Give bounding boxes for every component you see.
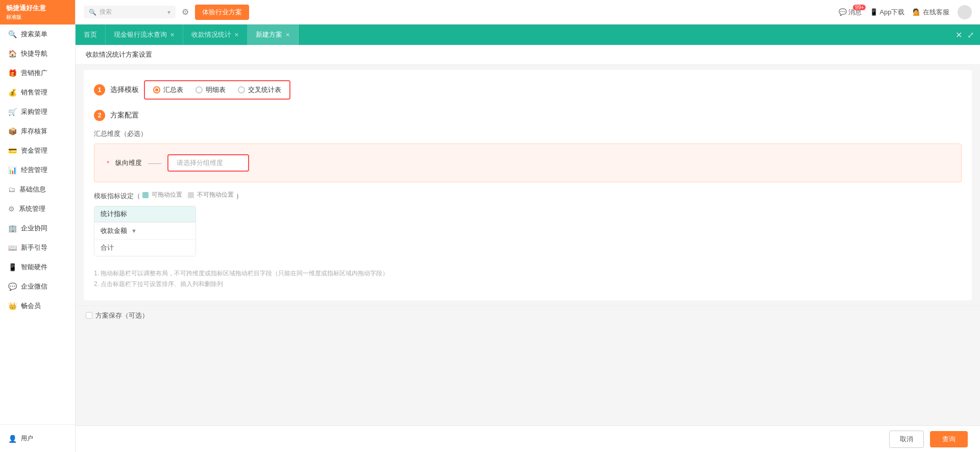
draggable-indicator: 可拖动位置 — [142, 191, 182, 199]
required-mark: * — [107, 159, 109, 167]
tab-close-bank[interactable]: ✕ — [170, 32, 175, 38]
sidebar-item-wechat[interactable]: 💬企业微信 — [0, 277, 75, 296]
sidebar-label-system: 系统管理 — [19, 204, 45, 213]
radio-option-summary[interactable]: 汇总表 — [153, 85, 183, 94]
dim-select[interactable]: 请选择分组维度 — [167, 154, 249, 172]
finance-icon: 💳 — [8, 147, 17, 155]
download-wrap[interactable]: 📱 App下载 — [870, 8, 904, 17]
metrics-header: 模板指标设定（ 可拖动位置 不可拖动位置 ） — [94, 191, 962, 201]
sidebar-item-finance[interactable]: 💳资金管理 — [0, 141, 75, 160]
sidebar-label-operations: 经营管理 — [21, 165, 47, 175]
draggable-dot — [142, 192, 149, 198]
settings-card: 1 选择模板 汇总表明细表交叉统计表 2 方案配置 汇总维度（必选） * 纵向维… — [84, 70, 972, 300]
query-button[interactable]: 查询 — [930, 431, 968, 447]
col-dropdown-icon[interactable]: ▼ — [131, 228, 137, 234]
metrics-config-label: 模板指标设定（ 可拖动位置 不可拖动位置 ） — [94, 191, 242, 201]
radio-label-summary: 汇总表 — [163, 85, 183, 94]
avatar — [958, 5, 972, 19]
nav-icon: 🏠 — [8, 50, 17, 58]
sidebar-item-nav[interactable]: 🏠快捷导航 — [0, 44, 75, 63]
sidebar-item-marketing[interactable]: 🎁营销推广 — [0, 63, 75, 83]
sidebar-label-member: 畅会员 — [21, 301, 41, 311]
tip-item-0: 1. 拖动标题栏可以调整布局，不可跨维度或指标区域拖动栏目字段（只能在同一维度或… — [94, 268, 962, 279]
sidebar-item-operations[interactable]: 📊经营管理 — [0, 160, 75, 180]
sidebar-label-wechat: 企业微信 — [21, 282, 47, 291]
table-header-label: 统计指标 — [101, 210, 127, 218]
save-label: 方案保存（可选） — [95, 311, 149, 320]
sidebar-label-hardware: 智能硬件 — [21, 263, 47, 272]
tab-home[interactable]: 首页 — [76, 25, 106, 45]
sidebar-item-enterprise[interactable]: 🏢企业协同 — [0, 219, 75, 238]
system-icon: ⚙ — [8, 205, 15, 213]
radio-dot-summary — [153, 86, 160, 93]
sidebar-label-basics: 基础信息 — [19, 185, 46, 194]
template-radio-group: 汇总表明细表交叉统计表 — [144, 80, 290, 100]
tab-label-home: 首页 — [84, 30, 97, 39]
sidebar-item-system[interactable]: ⚙系统管理 — [0, 199, 75, 219]
tab-bank[interactable]: 现金银行流水查询✕ — [106, 25, 183, 45]
industry-btn[interactable]: 体验行业方案 — [195, 5, 249, 20]
wechat-icon: 💬 — [8, 282, 17, 291]
arrow-icon: —— — [148, 159, 161, 167]
basics-icon: 🗂 — [8, 185, 15, 194]
sidebar-label-nav: 快捷导航 — [21, 49, 47, 58]
step2-header: 2 方案配置 — [94, 110, 962, 121]
sidebar-item-purchase[interactable]: 🛒采购管理 — [0, 102, 75, 122]
metrics-col-header: 收款金额 ▼ — [94, 222, 195, 239]
sidebar-item-guide[interactable]: 📖新手引导 — [0, 238, 75, 257]
tab-close-stats[interactable]: ✕ — [234, 32, 239, 38]
main-area: 🔍 搜索 ▾ ⚙ 体验行业方案 💬 99+ 消息 📱 App下载 💁 在线客服 … — [76, 0, 980, 452]
radio-label-cross: 交叉统计表 — [248, 85, 281, 94]
save-checkbox[interactable] — [86, 312, 92, 319]
maximize-icon[interactable]: ⤢ — [967, 30, 974, 40]
search-placeholder: 搜索 — [100, 8, 112, 16]
save-option[interactable]: 方案保存（可选） — [86, 311, 149, 320]
enterprise-icon: 🏢 — [8, 224, 17, 232]
close-window-icon[interactable]: ✕ — [955, 30, 962, 40]
sidebar-item-inventory[interactable]: 📦库存核算 — [0, 122, 75, 141]
sidebar-item-avatar[interactable]: 👤 用户 — [0, 429, 75, 448]
dim-row: * 纵向维度 —— 请选择分组维度 — [107, 154, 949, 172]
metrics-table-header: 统计指标 — [94, 206, 195, 222]
step2-section: 2 方案配置 汇总维度（必选） * 纵向维度 —— 请选择分组维度 — [94, 110, 962, 290]
sidebar-label-guide: 新手引导 — [21, 243, 47, 252]
summary-dim-label: 汇总维度（必选） — [94, 129, 962, 138]
tab-label-bank: 现金银行流水查询 — [114, 30, 167, 39]
sidebar-item-basics[interactable]: 🗂基础信息 — [0, 180, 75, 199]
operations-icon: 📊 — [8, 166, 17, 174]
draggable-label: 可拖动位置 — [152, 191, 182, 199]
cancel-button[interactable]: 取消 — [889, 431, 924, 448]
settings-icon[interactable]: ⚙ — [182, 7, 189, 17]
member-icon: 👑 — [8, 302, 17, 310]
avatar-icon: 👤 — [8, 435, 17, 443]
app-name: 畅捷通好生意 — [6, 4, 46, 13]
radio-option-detail[interactable]: 明细表 — [195, 85, 226, 94]
non-draggable-dot — [188, 192, 194, 198]
sidebar-item-sales[interactable]: 💰销售管理 — [0, 83, 75, 102]
header-right: 💬 99+ 消息 📱 App下载 💁 在线客服 — [839, 5, 972, 19]
step1-header: 1 选择模板 汇总表明细表交叉统计表 — [94, 80, 962, 100]
service-icon: 💁 — [913, 8, 921, 16]
radio-label-detail: 明细表 — [206, 85, 226, 94]
bottom-action-bar: 取消 查询 — [76, 425, 980, 452]
step1-number: 1 — [94, 84, 105, 96]
metrics-config: 模板指标设定（ 可拖动位置 不可拖动位置 ） — [94, 191, 962, 258]
tab-label-stats: 收款情况统计 — [191, 30, 231, 39]
non-draggable-label: 不可拖动位置 — [197, 191, 234, 199]
service-wrap[interactable]: 💁 在线客服 — [913, 8, 949, 17]
sidebar-item-hardware[interactable]: 📱智能硬件 — [0, 257, 75, 277]
tab-new_plan[interactable]: 新建方案✕ — [248, 25, 299, 45]
radio-option-cross[interactable]: 交叉统计表 — [238, 85, 281, 94]
col-name: 收款金额 — [101, 226, 127, 235]
search-bar[interactable]: 🔍 搜索 ▾ — [84, 6, 176, 18]
sidebar-item-search[interactable]: 🔍搜索菜单 — [0, 25, 75, 44]
radio-dot-cross — [238, 86, 245, 93]
sidebar-item-member[interactable]: 👑畅会员 — [0, 296, 75, 316]
message-wrap[interactable]: 💬 99+ 消息 — [839, 8, 862, 17]
content-area: 收款情况统计方案设置 1 选择模板 汇总表明细表交叉统计表 2 方案配置 汇总维… — [76, 45, 980, 425]
tab-stats[interactable]: 收款情况统计✕ — [183, 25, 248, 45]
tab-close-new_plan[interactable]: ✕ — [285, 32, 290, 38]
sidebar-label-enterprise: 企业协同 — [21, 224, 47, 233]
non-draggable-indicator: 不可拖动位置 — [188, 191, 234, 199]
vertical-dim-label: 纵向维度 — [115, 158, 142, 168]
